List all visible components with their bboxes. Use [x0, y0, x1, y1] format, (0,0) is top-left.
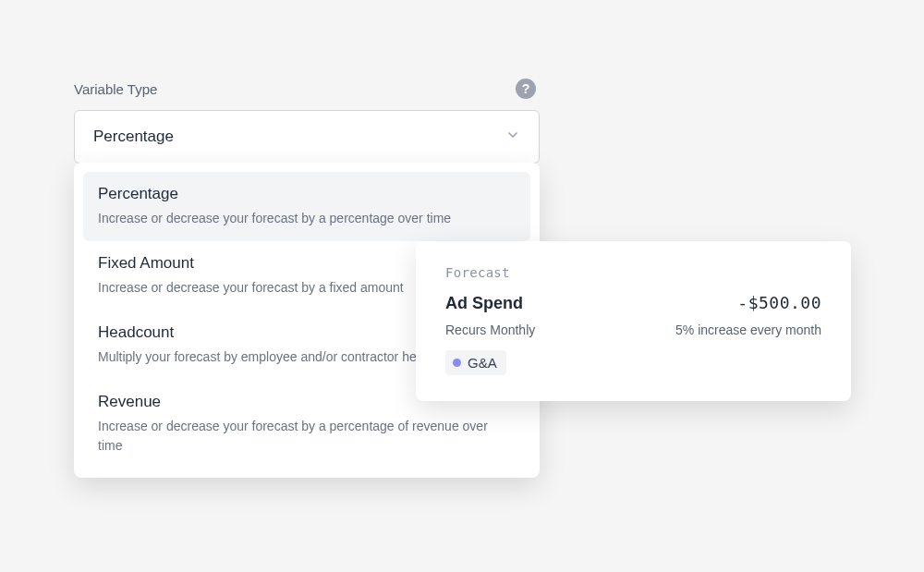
forecast-recurs: Recurs Monthly — [445, 323, 535, 337]
forecast-note: 5% increase every month — [675, 323, 821, 337]
forecast-card: Forecast Ad Spend -$500.00 Recurs Monthl… — [416, 241, 851, 401]
select-value: Percentage — [93, 128, 174, 146]
forecast-tag[interactable]: G&A — [445, 350, 506, 375]
option-percentage[interactable]: Percentage Increase or decrease your for… — [83, 172, 530, 241]
option-desc: Increase or decrease your forecast by a … — [98, 417, 516, 456]
field-label: Variable Type — [74, 81, 157, 97]
tag-text: G&A — [468, 355, 497, 371]
option-desc: Increase or decrease your forecast by a … — [98, 209, 516, 228]
forecast-detail-row: Recurs Monthly 5% increase every month — [445, 323, 821, 337]
help-icon[interactable]: ? — [516, 79, 536, 99]
forecast-title: Ad Spend — [445, 294, 523, 313]
forecast-kicker: Forecast — [445, 265, 821, 280]
forecast-amount: -$500.00 — [737, 293, 821, 312]
variable-type-select[interactable]: Percentage — [74, 110, 540, 164]
variable-type-field: Variable Type ? Percentage — [74, 79, 540, 164]
forecast-title-row: Ad Spend -$500.00 — [445, 293, 821, 313]
tag-dot-icon — [453, 359, 461, 367]
field-label-row: Variable Type ? — [74, 79, 540, 99]
chevron-down-icon — [505, 128, 520, 146]
option-title: Percentage — [98, 185, 516, 203]
